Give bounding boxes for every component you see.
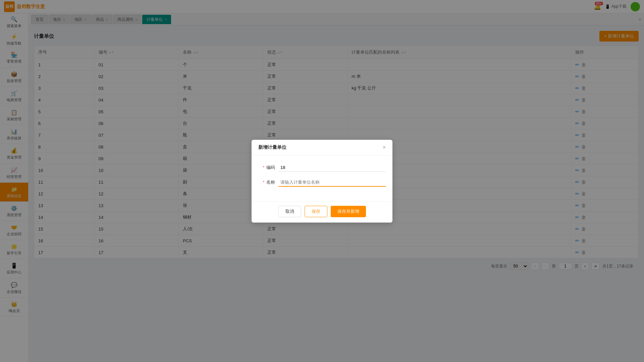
name-label: * 名称 xyxy=(258,179,278,185)
modal-footer: 取消 保存 保存并新增 xyxy=(252,201,392,223)
form-row-name: * 名称 xyxy=(258,178,386,187)
modal-overlay[interactable]: 新增计量单位 × * 编码 * 名称 取消 保存 保存并新增 xyxy=(0,0,644,362)
save-button[interactable]: 保存 xyxy=(305,206,327,217)
modal-header: 新增计量单位 × xyxy=(252,140,392,156)
add-unit-modal: 新增计量单位 × * 编码 * 名称 取消 保存 保存并新增 xyxy=(252,140,392,223)
code-label: * 编码 xyxy=(258,165,278,171)
name-input[interactable] xyxy=(278,178,386,187)
save-and-new-button[interactable]: 保存并新增 xyxy=(331,206,366,217)
cancel-button[interactable]: 取消 xyxy=(278,206,301,217)
modal-close-button[interactable]: × xyxy=(383,144,386,150)
code-input[interactable] xyxy=(278,164,386,172)
required-star-name: * xyxy=(263,180,264,185)
form-row-code: * 编码 xyxy=(258,164,386,172)
required-star-code: * xyxy=(263,165,264,170)
modal-body: * 编码 * 名称 xyxy=(252,156,392,201)
modal-title: 新增计量单位 xyxy=(258,144,286,150)
